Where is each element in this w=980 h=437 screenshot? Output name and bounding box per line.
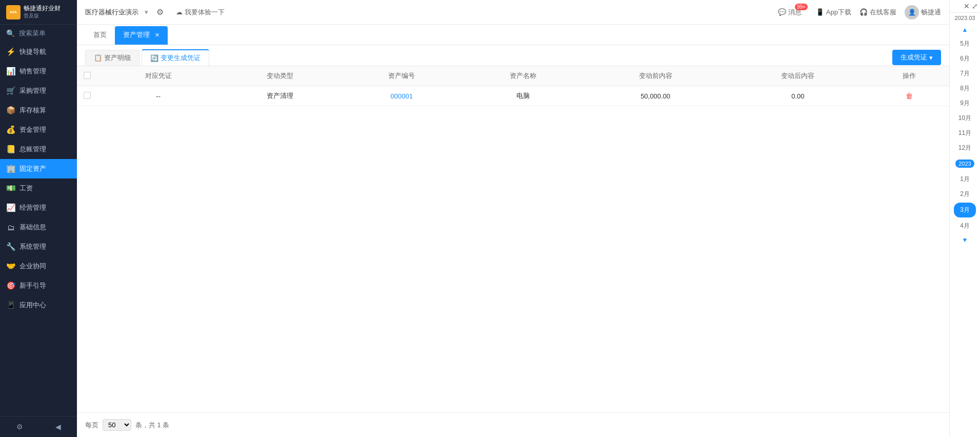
app-download-label: App下载 — [826, 8, 851, 17]
sidebar-item-sales[interactable]: 📊 销售管理 — [0, 62, 77, 81]
sidebar-item-assets[interactable]: 🏢 固定资产 — [0, 159, 77, 178]
row-action: 🗑 — [869, 86, 949, 106]
cloud-icon: ☁ — [176, 8, 183, 16]
search-icon: 🔍 — [6, 29, 15, 37]
down-arrow-icon: ▼ — [962, 236, 968, 244]
collapse-button[interactable]: ◀ — [51, 421, 65, 433]
asset-detail-icon: 📋 — [94, 54, 102, 62]
delete-button[interactable]: 🗑 — [906, 92, 913, 100]
row-before-change: 50,000.00 — [584, 86, 727, 106]
sidebar-item-label: 工资 — [19, 184, 33, 193]
sidebar-item-label: 经营管理 — [19, 203, 46, 212]
calendar-month-8[interactable]: 8月 — [950, 81, 980, 96]
user-profile-button[interactable]: 👤 畅捷通 — [905, 5, 941, 19]
calendar-month-3-active[interactable]: 3月 — [954, 203, 976, 217]
calendar-nav-up[interactable]: ▲ — [950, 23, 980, 36]
quick-nav-icon: ⚡ — [6, 47, 15, 56]
calendar-month-5[interactable]: 5月 — [950, 36, 980, 51]
inner-tab-change-voucher[interactable]: 🔄 变更生成凭证 — [142, 49, 209, 66]
sidebar-item-base[interactable]: 🗂 基础信息 — [0, 217, 77, 237]
table-row: -- 资产清理 000001 电脑 50,000.00 0.00 🗑 — [77, 86, 949, 106]
calendar-month-7[interactable]: 7月 — [950, 66, 980, 81]
calendar-month-2[interactable]: 2月 — [950, 187, 980, 202]
tab-close-button[interactable]: ✕ — [155, 32, 159, 38]
calendar-month-10[interactable]: 10月 — [950, 111, 980, 126]
app-download-button[interactable]: 📱 App下载 — [816, 8, 851, 17]
assets-icon: 🏢 — [6, 164, 15, 173]
table-header-asset-code: 资产编号 — [341, 66, 463, 86]
sidebar-item-inventory[interactable]: 📦 库存核算 — [0, 101, 77, 120]
sidebar-item-apps[interactable]: 📱 应用中心 — [0, 295, 77, 315]
change-voucher-icon: 🔄 — [150, 54, 158, 62]
right-panel-header: ✕ ⤢ — [950, 0, 980, 13]
cooperation-icon: 🤝 — [6, 262, 15, 271]
calendar-month-6[interactable]: 6月 — [950, 51, 980, 66]
calendar-month-9[interactable]: 9月 — [950, 96, 980, 111]
calendar-month-1[interactable]: 1月 — [950, 172, 980, 187]
sidebar-item-ledger[interactable]: 📒 总账管理 — [0, 140, 77, 159]
sidebar-item-system[interactable]: 🔧 系统管理 — [0, 237, 77, 256]
row-checkbox[interactable] — [84, 92, 91, 99]
system-icon: 🔧 — [6, 242, 15, 251]
notification-badge: 99+ — [795, 4, 808, 10]
expand-panel-button[interactable]: ⤢ — [972, 2, 978, 10]
sidebar-item-guide[interactable]: 🎯 新手引导 — [0, 276, 77, 295]
settings-gear-icon[interactable]: ⚙ — [156, 7, 164, 17]
row-change-type: 资产清理 — [219, 86, 341, 106]
sidebar-item-finance[interactable]: 💰 资金管理 — [0, 120, 77, 140]
company-name: 医疗器械行业演示 — [85, 8, 138, 17]
topbar-right: 💬 消息 99+ 📱 App下载 🎧 在线客服 👤 畅捷通 — [778, 5, 941, 19]
table-header: 对应凭证 变动类型 资产编号 资产名称 变动前内容 变动后内容 操作 — [77, 66, 949, 86]
sidebar-logo: AtA 畅捷通好业财 普及版 — [0, 0, 77, 25]
sidebar-item-label: 资金管理 — [19, 125, 46, 134]
sidebar-item-label: 企业协同 — [19, 262, 46, 271]
close-panel-button[interactable]: ✕ — [964, 2, 970, 10]
calendar-nav-down[interactable]: ▼ — [950, 233, 980, 247]
sidebar-item-label: 固定资产 — [19, 164, 46, 173]
apps-icon: 📱 — [6, 301, 15, 310]
table-header-action: 操作 — [869, 66, 949, 86]
payroll-icon: 💵 — [6, 184, 15, 193]
generate-voucher-label: 生成凭证 — [901, 53, 927, 62]
sidebar-item-label: 基础信息 — [19, 223, 46, 232]
table-header-change-type: 变动类型 — [219, 66, 341, 86]
experience-label[interactable]: 我要体验一下 — [185, 8, 225, 17]
content-area: 📋 资产明细 🔄 变更生成凭证 生成凭证 ▾ 对应凭证 — [77, 45, 949, 437]
sidebar-item-payroll[interactable]: 💵 工资 — [0, 178, 77, 198]
sidebar-item-purchase[interactable]: 🛒 采购管理 — [0, 81, 77, 101]
row-after-change: 0.00 — [727, 86, 869, 106]
inner-tab-asset-detail[interactable]: 📋 资产明细 — [85, 50, 139, 66]
tab-assets-mgmt[interactable]: 资产管理 ✕ — [115, 26, 168, 45]
tab-assets-label: 资产管理 — [123, 31, 150, 38]
data-table: 对应凭证 变动类型 资产编号 资产名称 变动前内容 变动后内容 操作 — [77, 66, 949, 106]
dropdown-arrow-icon[interactable]: ▾ — [145, 8, 148, 16]
table-header-before-change: 变动前内容 — [584, 66, 727, 86]
finance-icon: 💰 — [6, 125, 15, 134]
dropdown-arrow-icon: ▾ — [929, 54, 933, 62]
sidebar-bottom: ⚙ ◀ — [0, 416, 77, 437]
sidebar-item-cooperation[interactable]: 🤝 企业协同 — [0, 256, 77, 276]
tabbar: 首页 资产管理 ✕ — [77, 25, 949, 45]
logo-icon: AtA — [6, 5, 21, 19]
tab-home[interactable]: 首页 — [85, 26, 115, 45]
calendar-month-4[interactable]: 4月 — [950, 218, 980, 233]
sidebar-search-item[interactable]: 🔍 搜索菜单 — [0, 25, 77, 42]
calendar-month-12[interactable]: 12月 — [950, 141, 980, 155]
customer-service-button[interactable]: 🎧 在线客服 — [859, 8, 896, 17]
sidebar-item-label: 应用中心 — [19, 301, 46, 310]
asset-code-link[interactable]: 000001 — [391, 92, 413, 100]
calendar-month-11[interactable]: 11月 — [950, 126, 980, 141]
app-download-icon: 📱 — [816, 8, 824, 16]
sidebar-item-quick-nav[interactable]: ⚡ 快捷导航 — [0, 42, 77, 62]
settings-button[interactable]: ⚙ — [12, 421, 27, 433]
generate-voucher-button[interactable]: 生成凭证 ▾ — [892, 50, 941, 65]
guide-icon: 🎯 — [6, 281, 15, 290]
notifications-button[interactable]: 💬 消息 99+ — [778, 8, 802, 17]
page-size-select[interactable]: 50 10 20 100 — [103, 419, 131, 431]
sidebar-item-label: 总账管理 — [19, 145, 46, 154]
table-header-asset-name: 资产名称 — [463, 66, 584, 86]
sidebar-item-operations[interactable]: 📈 经营管理 — [0, 198, 77, 217]
select-all-checkbox[interactable] — [84, 72, 91, 79]
experience-area: ☁ 我要体验一下 — [176, 8, 225, 17]
base-icon: 🗂 — [6, 223, 15, 232]
